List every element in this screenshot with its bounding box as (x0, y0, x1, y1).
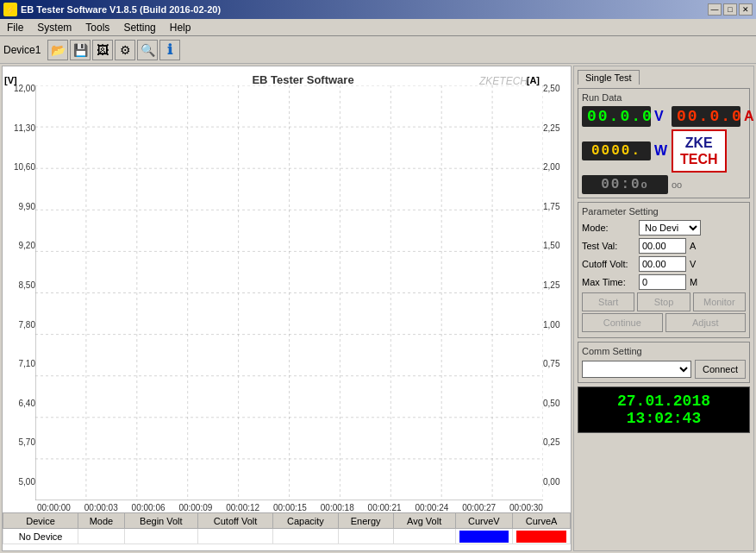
main-area: EB Tester Software [V] [A] ZKETECH 12,00… (0, 64, 756, 553)
device-label: Device1 (3, 44, 41, 56)
save-button[interactable]: 💾 (70, 40, 91, 60)
max-time-unit: M (690, 277, 700, 287)
col-capacity: Capacity (273, 513, 339, 529)
open-button[interactable]: 📂 (47, 40, 68, 60)
voltage-row: 00.0.0 V 00.0.0 A (582, 106, 746, 127)
voltage-display: 00.0.0 (582, 106, 651, 127)
y-left-1: 11,30 (14, 123, 35, 133)
title-bar-buttons: — □ ✕ (708, 3, 753, 16)
action-buttons-row2: Continue Adjust (582, 313, 746, 332)
time-row: 00:0o oo (582, 175, 746, 194)
current-display: 00.0.0 (672, 106, 740, 127)
y-left-5: 8,50 (19, 280, 35, 290)
power-row: 0000. W ZKE TECH (582, 129, 746, 173)
current-unit: A (744, 109, 756, 124)
comm-port-select[interactable] (582, 361, 691, 378)
y-right-6: 1,00 (543, 320, 559, 330)
y-right-9: 0,25 (543, 437, 559, 447)
x-1: 00:00:03 (84, 503, 118, 512)
max-time-row: Max Time: M (582, 274, 746, 290)
y-right-7: 0,75 (543, 359, 559, 368)
row-curvea (513, 529, 571, 544)
col-mode: Mode (78, 513, 124, 529)
menu-help[interactable]: Help (163, 20, 198, 35)
row-mode (78, 529, 124, 544)
stop-button[interactable]: Stop (637, 292, 690, 311)
x-8: 00:00:24 (415, 503, 448, 512)
menu-system[interactable]: System (30, 20, 78, 35)
x-9: 00:00:27 (462, 503, 496, 512)
cutoff-volt-unit: V (690, 259, 700, 269)
connect-button[interactable]: Connect (695, 360, 746, 379)
close-button[interactable]: ✕ (739, 3, 753, 16)
x-5: 00:00:15 (273, 503, 307, 512)
comm-row: Connect (582, 360, 746, 379)
info-button[interactable]: ℹ (159, 40, 180, 60)
y-left-2: 10,60 (14, 162, 35, 172)
continue-button[interactable]: Continue (582, 313, 663, 332)
run-data-section: Run Data 00.0.0 V 00.0.0 A 0000. W ZKE T… (578, 88, 750, 198)
y-right-1: 2,25 (543, 123, 559, 133)
x-axis-labels: 00:00:00 00:00:03 00:00:06 00:00:09 00:0… (37, 503, 543, 512)
minimize-button[interactable]: — (708, 3, 722, 16)
y-axis-left-labels: 12,00 11,30 10,60 9,90 9,20 8,50 7,80 7,… (4, 84, 35, 487)
col-curvea: CurveA (513, 513, 571, 529)
search-button[interactable]: 🔍 (137, 40, 158, 60)
zke-line2: TECH (680, 152, 718, 167)
test-val-unit: A (690, 241, 700, 251)
menu-setting[interactable]: Setting (116, 20, 162, 35)
capture-button[interactable]: 🖼 (92, 40, 113, 60)
test-val-input[interactable] (639, 238, 686, 254)
power-display: 0000. (582, 141, 651, 160)
max-time-input[interactable] (639, 274, 686, 290)
app-icon: ⚡ (3, 3, 17, 16)
x-7: 00:00:21 (368, 503, 402, 512)
x-10: 00:00:30 (509, 503, 543, 512)
menu-tools[interactable]: Tools (78, 20, 116, 35)
maximize-button[interactable]: □ (723, 3, 737, 16)
title-bar: ⚡ EB Tester Software V1.8.5 (Build 2016-… (0, 0, 756, 19)
x-3: 00:00:09 (178, 503, 212, 512)
monitor-button[interactable]: Monitor (693, 292, 746, 311)
toolbar: Device1 📂 💾 🖼 ⚙ 🔍 ℹ (0, 36, 756, 64)
menu-file[interactable]: File (0, 20, 30, 35)
y-left-10: 5,00 (19, 477, 35, 487)
row-energy (338, 529, 393, 544)
mode-select[interactable]: No Devi (639, 220, 701, 236)
y-left-3: 9,90 (19, 202, 35, 211)
y-left-6: 7,80 (19, 320, 35, 330)
comm-section: Comm Setting Connect (578, 342, 750, 383)
chart-area: EB Tester Software [V] [A] ZKETECH 12,00… (2, 66, 572, 551)
action-buttons-row1: Start Stop Monitor (582, 292, 746, 311)
cutoff-volt-row: Cutoff Volt: V (582, 256, 746, 272)
col-energy: Energy (338, 513, 393, 529)
start-button[interactable]: Start (582, 292, 634, 311)
table-row: No Device (3, 529, 571, 544)
voltage-unit: V (654, 109, 668, 124)
row-cutoff-volt (198, 529, 273, 544)
settings-button[interactable]: ⚙ (115, 40, 135, 60)
param-title: Parameter Setting (582, 206, 746, 217)
row-begin-volt (124, 529, 197, 544)
y-axis-right-label: [A] (527, 75, 540, 85)
row-capacity (273, 529, 339, 544)
adjust-button[interactable]: Adjust (665, 313, 747, 332)
cutoff-volt-label: Cutoff Volt: (582, 259, 635, 269)
col-device: Device (3, 513, 78, 529)
x-6: 00:00:18 (321, 503, 354, 512)
single-test-tab[interactable]: Single Test (578, 70, 640, 85)
cutoff-volt-input[interactable] (639, 256, 686, 272)
y-axis-right-labels: 2,50 2,25 2,00 1,75 1,50 1,25 1,00 0,75 … (543, 84, 569, 487)
row-avg-volt (393, 529, 455, 544)
y-left-9: 5,70 (19, 437, 35, 447)
title-bar-title: EB Tester Software V1.8.5 (Build 2016-02… (21, 4, 221, 15)
col-curvev: CurveV (455, 513, 513, 529)
chart-grid-svg (35, 85, 543, 500)
zke-line1: ZKE (685, 135, 713, 150)
power-unit: W (654, 143, 668, 159)
col-cutoff-volt: Cutoff Volt (198, 513, 273, 529)
max-time-label: Max Time: (582, 277, 635, 287)
data-table: Device Mode Begin Volt Cutoff Volt Capac… (3, 512, 571, 544)
datetime-display: 27.01.2018 13:02:43 (578, 386, 750, 433)
y-right-10: 0,00 (543, 477, 559, 487)
